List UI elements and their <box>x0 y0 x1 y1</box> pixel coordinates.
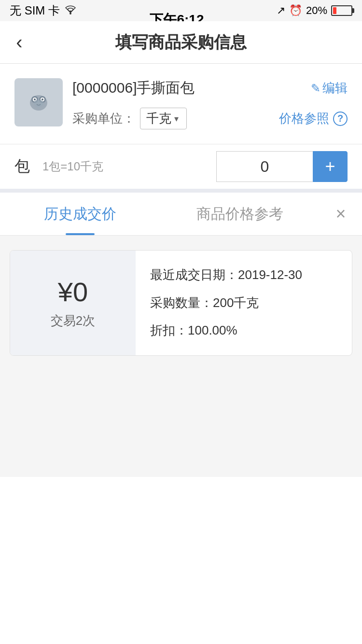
quantity-unit: 包 <box>14 156 30 177</box>
quantity-plus-button[interactable]: + <box>313 151 348 182</box>
help-icon: ? <box>333 112 348 126</box>
tab-price-reference[interactable]: 商品价格参考 <box>160 193 320 235</box>
purchase-unit-row: 采购单位： 千克 ▾ 价格参照 ? <box>72 108 348 129</box>
tab-section: 历史成交价 商品价格参考 × <box>0 193 362 236</box>
price-ref-label: 价格参照 <box>279 110 329 127</box>
history-trade-count: 交易2次 <box>51 312 95 329</box>
tab-history-price[interactable]: 历史成交价 <box>0 193 160 235</box>
tab-history-price-label: 历史成交价 <box>44 204 116 224</box>
battery-icon <box>331 5 352 16</box>
price-ref-button[interactable]: 价格参照 ? <box>279 110 348 127</box>
nav-bar: ‹ 填写商品采购信息 <box>0 21 362 64</box>
content-area: ¥0 交易2次 最近成交日期：2019-12-30 采购数量：200千克 折扣：… <box>0 236 362 477</box>
purchase-qty-value: 200千克 <box>213 295 259 310</box>
back-button[interactable]: ‹ <box>0 21 39 64</box>
close-icon: × <box>335 204 346 224</box>
back-icon: ‹ <box>16 31 22 53</box>
recent-date-label: 最近成交日期： <box>150 267 238 282</box>
recent-date-value: 2019-12-30 <box>238 267 302 282</box>
discount-value: 100.00% <box>188 323 237 337</box>
status-bar: 无 SIM 卡 下午6:12 ↗ ⏰ 20% <box>0 0 362 21</box>
svg-point-0 <box>70 13 71 14</box>
product-info: [0000006]手撕面包 ✎ 编辑 采购单位： 千克 ▾ 价格参照 ? <box>72 78 348 129</box>
edit-button[interactable]: ✎ 编辑 <box>311 80 348 97</box>
carrier-text: 无 SIM 卡 <box>10 3 60 18</box>
discount-label: 折扣： <box>150 323 188 337</box>
quantity-section: 包 1包=10千克 0 + <box>0 144 362 193</box>
tab-close-button[interactable]: × <box>320 193 362 235</box>
bottom-space <box>0 477 362 644</box>
recent-date-row: 最近成交日期：2019-12-30 <box>150 265 337 285</box>
history-price-summary: ¥0 交易2次 <box>10 251 136 355</box>
location-icon: ↗ <box>277 4 285 17</box>
dropdown-arrow-icon: ▾ <box>174 113 179 124</box>
product-thumb-icon <box>24 86 53 119</box>
product-card: [0000006]手撕面包 ✎ 编辑 采购单位： 千克 ▾ 价格参照 ? <box>0 64 362 144</box>
product-name: [0000006]手撕面包 <box>72 78 195 98</box>
price-value: 0 <box>73 277 88 307</box>
wifi-icon <box>64 4 77 17</box>
svg-point-6 <box>34 98 36 100</box>
quantity-input-wrap: 0 + <box>216 151 348 182</box>
purchase-qty-label: 采购数量： <box>150 295 213 310</box>
history-price-display: ¥0 <box>58 276 88 308</box>
svg-point-7 <box>42 98 43 100</box>
history-details: 最近成交日期：2019-12-30 采购数量：200千克 折扣：100.00% <box>136 251 352 355</box>
history-card: ¥0 交易2次 最近成交日期：2019-12-30 采购数量：200千克 折扣：… <box>10 250 352 356</box>
alarm-icon: ⏰ <box>289 4 302 17</box>
product-title-row: [0000006]手撕面包 ✎ 编辑 <box>72 78 348 98</box>
product-thumbnail <box>14 78 63 126</box>
page-title: 填写商品采购信息 <box>115 31 247 54</box>
svg-point-8 <box>34 99 43 107</box>
purchase-qty-row: 采购数量：200千克 <box>150 293 337 313</box>
quantity-display[interactable]: 0 <box>216 151 313 182</box>
status-left: 无 SIM 卡 <box>10 3 77 18</box>
purchase-unit-left: 采购单位： 千克 ▾ <box>72 108 187 129</box>
tab-bar: 历史成交价 商品价格参考 × <box>0 193 362 235</box>
battery-pct: 20% <box>306 4 327 17</box>
unit-value: 千克 <box>146 110 171 127</box>
edit-label: 编辑 <box>322 80 348 97</box>
discount-row: 折扣：100.00% <box>150 321 337 341</box>
price-symbol: ¥ <box>58 277 73 307</box>
unit-label: 采购单位： <box>72 110 135 127</box>
unit-dropdown[interactable]: 千克 ▾ <box>140 108 187 129</box>
status-right: ↗ ⏰ 20% <box>277 4 352 17</box>
unit-conversion: 1包=10千克 <box>42 159 103 174</box>
edit-icon: ✎ <box>311 82 320 95</box>
tab-price-reference-label: 商品价格参考 <box>196 204 283 224</box>
